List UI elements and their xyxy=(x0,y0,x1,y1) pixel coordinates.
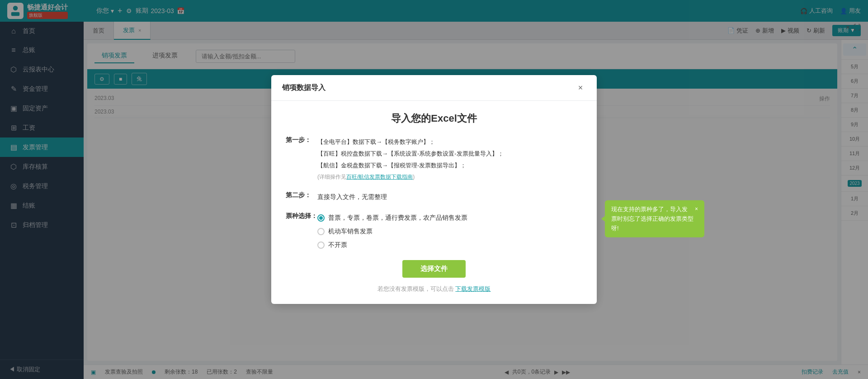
radio-unselected-icon-2 xyxy=(317,242,325,249)
step1-detail-link[interactable]: 百旺/航信发票数据下载指南 xyxy=(346,174,413,180)
step2-section: 第二步： 直接导入文件，无需整理 xyxy=(286,191,582,203)
modal-footer-note: 若您没有发票模版，可以点击 下载发票模版 xyxy=(286,285,582,293)
select-file-button[interactable]: 选择文件 xyxy=(402,260,466,278)
modal-close-button[interactable]: × xyxy=(575,82,586,93)
step1-line-1: 【百旺】税控盘数据下载→【系统设置-系统参数设置-发票批量导入】； xyxy=(317,148,504,160)
ticket-option-general[interactable]: 普票，专票，卷票，通行费发票，农产品销售发票 xyxy=(317,214,467,222)
modal-body: 导入您的Excel文件 第一步： 【全电平台】数据下载→【税务数字账户】； 【百… xyxy=(271,101,597,304)
ticket-section: 票种选择： 普票，专票，卷票，通行费发票，农产品销售发票 机动车销售发票 xyxy=(286,212,582,249)
step2-label: 第二步： xyxy=(286,191,317,199)
tooltip-close-button[interactable]: × xyxy=(695,205,698,213)
step2-content: 直接导入文件，无需整理 xyxy=(317,193,387,201)
tooltip-bubble: × 现在支持的票种多了，导入发票时别忘了选择正确的发票类型呀! xyxy=(605,200,704,237)
ticket-option-none-label: 不开票 xyxy=(328,241,347,249)
modal-title: 销项数据导入 xyxy=(282,83,326,93)
step1-section: 第一步： 【全电平台】数据下载→【税务数字账户】； 【百旺】税控盘数据下载→【系… xyxy=(286,136,582,182)
modal-header: 销项数据导入 × xyxy=(271,75,597,101)
radio-unselected-icon xyxy=(317,228,325,235)
radio-selected-icon xyxy=(317,214,325,222)
ticket-option-motor-label: 机动车销售发票 xyxy=(328,227,373,236)
ticket-label: 票种选择： xyxy=(286,212,317,220)
step1-content: 【全电平台】数据下载→【税务数字账户】； 【百旺】税控盘数据下载→【系统设置-系… xyxy=(317,136,504,182)
step1-line-0: 【全电平台】数据下载→【税务数字账户】； xyxy=(317,136,504,148)
modal-overlay: 销项数据导入 × 导入您的Excel文件 第一步： 【全电平台】数据下载→【税务… xyxy=(0,0,868,379)
ticket-radio-group: 普票，专票，卷票，通行费发票，农产品销售发票 机动车销售发票 不开票 xyxy=(317,214,467,249)
download-template-link[interactable]: 下载发票模版 xyxy=(455,285,491,292)
ticket-option-general-label: 普票，专票，卷票，通行费发票，农产品销售发票 xyxy=(328,214,467,222)
tooltip-container: × 现在支持的票种多了，导入发票时别忘了选择正确的发票类型呀! xyxy=(668,217,700,221)
radio-dot xyxy=(319,216,323,220)
step1-label: 第一步： xyxy=(286,136,317,144)
import-modal: 销项数据导入 × 导入您的Excel文件 第一步： 【全电平台】数据下载→【税务… xyxy=(271,75,597,304)
ticket-option-motor[interactable]: 机动车销售发票 xyxy=(317,227,467,236)
tooltip-text: 现在支持的票种多了，导入发票时别忘了选择正确的发票类型呀! xyxy=(611,206,693,232)
step1-line-2: 【航信】金税盘数据下载→【报税管理-发票数据导出】； xyxy=(317,160,504,171)
step1-detail: (详细操作见百旺/航信发票数据下载指南) xyxy=(317,171,504,182)
ticket-option-none[interactable]: 不开票 xyxy=(317,241,467,249)
modal-main-title: 导入您的Excel文件 xyxy=(286,112,582,125)
